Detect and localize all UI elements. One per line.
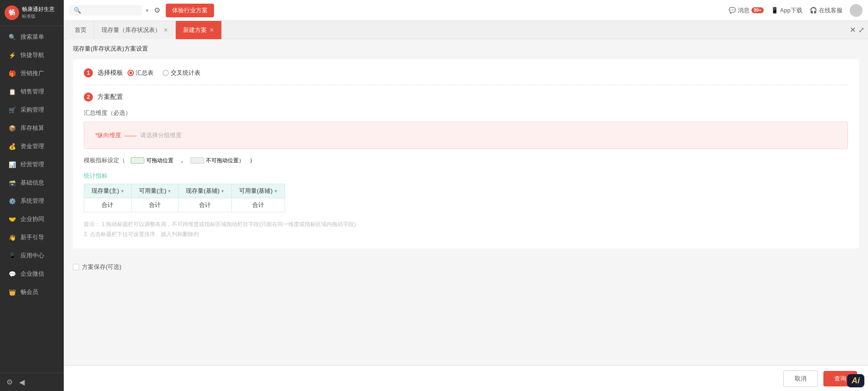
section1-label: 选择模板 [97,69,123,77]
chevron-down-icon: ▾ [275,188,277,194]
basic-info-icon: 🗃️ [8,178,17,187]
message-icon: 💬 [729,7,736,14]
search-icon: 🔍 [8,32,17,41]
member-icon: 👑 [8,288,17,297]
app-center-icon: 📱 [8,251,17,260]
tab-inventory-status[interactable]: 现存量（库存状况表） ✕ [94,21,176,39]
ai-badge[interactable]: Ai [847,374,864,387]
save-row: 方案保存(可选) [73,257,859,277]
tips-section: 提示： 1.拖动标题栏可以调整布局，不可跨维度或指标区域拖动栏目字段(只能在同一… [84,220,848,239]
sidebar-item-marketing[interactable]: 🎁 营销推广 [0,64,64,82]
ai-badge-text: Ai [852,376,860,386]
sidebar-item-label: 系统管理 [20,197,44,205]
tab-close-action[interactable]: ✕ [850,26,856,34]
sidebar-item-basic-info[interactable]: 🗃️ 基础信息 [0,174,64,192]
sidebar-item-sales[interactable]: 📋 销售管理 [0,82,64,101]
indicator-settings-row: 模板指标设定（ 可拖动位置 ， 不可拖动位置） ） [84,156,848,165]
sidebar-item-label: 快捷导航 [20,51,44,59]
sidebar-item-app-center[interactable]: 📱 应用中心 [0,247,64,265]
sidebar-item-operations[interactable]: 📊 经营管理 [0,155,64,174]
th-available-main[interactable]: 可用量(主) ▾ [131,184,179,198]
inventory-icon: 📦 [8,123,17,133]
sidebar-item-wechat[interactable]: 💬 企业微信 [0,265,64,283]
th-available-base[interactable]: 可用量(基辅) ▾ [232,184,285,198]
search-area: 🔍 [69,5,142,15]
sidebar-item-new-guide[interactable]: 👋 新手引导 [0,228,64,247]
section2-label: 方案配置 [97,93,123,101]
page-title: 现存量(库存状况表)方案设置 [73,45,859,53]
section1-number: 1 [84,68,93,77]
search-input[interactable] [84,7,138,14]
stats-table: 现存量(主) ▾ 可用量(主) ▾ 现存量(基辅 [84,184,285,212]
user-avatar[interactable] [850,4,863,17]
tab-new-scheme[interactable]: 新建方案 ✕ [176,21,222,39]
sidebar-item-purchase[interactable]: 🛒 采购管理 [0,101,64,119]
save-scheme-label: 方案保存(可选) [82,263,122,271]
section1-header: 1 选择模板 汇总表 交叉统计表 [84,68,848,77]
dropdown-arrow-icon[interactable]: ▾ [146,7,148,14]
drag-label: 可拖动位置 [146,157,174,165]
vertical-dim-dash: —— [125,132,137,139]
table-header-row: 现存量(主) ▾ 可用量(主) ▾ 现存量(基辅 [84,184,285,198]
sidebar-item-member[interactable]: 👑 畅会员 [0,283,64,301]
th-current-base[interactable]: 现存量(基辅) ▾ [179,184,232,198]
sidebar-item-inventory[interactable]: 📦 库存核算 [0,119,64,137]
tab-home[interactable]: 首页 [67,21,94,39]
nodrag-position-box [190,157,204,164]
sidebar-item-label: 营销推广 [20,69,44,77]
tabbar-actions: ✕ ⤢ [850,26,868,34]
scheme-settings-card: 1 选择模板 汇总表 交叉统计表 2 方案配置 [73,59,859,248]
app-download-item[interactable]: 📱 App下载 [771,6,802,15]
gear-icon[interactable]: ⚙ [154,6,160,15]
save-scheme-checkbox[interactable] [73,264,79,270]
stats-title: 统计指标 [84,172,848,180]
sidebar-logo: 畅 畅康通好生意 标准版 [0,0,64,26]
wechat-icon: 💬 [8,269,17,278]
tabbar: 首页 现存量（库存状况表） ✕ 新建方案 ✕ ✕ ⤢ [64,21,868,39]
section2-header: 2 方案配置 [84,93,848,102]
cancel-button[interactable]: 取消 [783,370,818,387]
sidebar-item-label: 畅会员 [20,288,38,296]
settings-icon[interactable]: ⚙ [6,378,13,386]
search-icon: 🔍 [74,7,81,14]
footer-bar: 取消 查询 [64,365,868,391]
radio-summary[interactable]: 汇总表 [128,69,153,77]
td-total-4: 合计 [232,198,285,212]
indicator-separator: ， [179,156,185,165]
radio-cross[interactable]: 交叉统计表 [163,69,200,77]
tab-expand-action[interactable]: ⤢ [858,26,864,34]
tab-close-new-scheme[interactable]: ✕ [209,27,214,33]
th-current-main[interactable]: 现存量(主) ▾ [84,184,132,198]
sidebar-item-quick-nav[interactable]: ⚡ 快捷导航 [0,46,64,64]
section-divider-1 [84,85,848,85]
headset-icon: 🎧 [810,7,817,14]
message-item[interactable]: 💬 消息 99+ [729,6,764,15]
sidebar-item-finance[interactable]: 💰 资金管理 [0,137,64,155]
indicator-settings-label: 模板指标设定（ [84,156,125,165]
template-radio-group: 汇总表 交叉统计表 [128,69,200,77]
vertical-dim-label: *纵向维度 [95,131,121,139]
sidebar-item-system[interactable]: ⚙️ 系统管理 [0,192,64,210]
new-guide-icon: 👋 [8,233,17,242]
main-area: 🔍 ▾ ⚙ 体验行业方案 💬 消息 99+ 📱 App下载 🎧 在线客服 [64,0,868,391]
trial-industry-button[interactable]: 体验行业方案 [166,4,214,17]
summary-dim-label: 汇总维度（必选） [84,109,848,117]
sidebar-item-label: 基础信息 [20,179,44,187]
td-total-1: 合计 [84,198,132,212]
sidebar-item-search-menu[interactable]: 🔍 搜索菜单 [0,28,64,46]
sidebar: 畅 畅康通好生意 标准版 🔍 搜索菜单 ⚡ 快捷导航 🎁 营销推广 📋 销售管理… [0,0,64,391]
chevron-down-icon: ▾ [121,188,124,194]
collapse-icon[interactable]: ◀ [19,378,25,386]
radio-dot-summary [128,70,134,76]
tab-close-inventory[interactable]: ✕ [163,27,168,33]
app-download-icon: 📱 [771,7,778,14]
content-area: 现存量(库存状况表)方案设置 1 选择模板 汇总表 交叉统计表 [64,39,868,365]
online-service-item[interactable]: 🎧 在线客服 [810,6,842,15]
cooperation-icon: 🤝 [8,215,17,224]
sidebar-item-cooperation[interactable]: 🤝 企业协同 [0,210,64,228]
sidebar-item-label: 库存核算 [20,124,44,132]
system-icon: ⚙️ [8,196,17,206]
sales-icon: 📋 [8,87,17,96]
drag-indicator-tag: 可拖动位置 [131,157,174,165]
sidebar-item-label: 销售管理 [20,87,44,96]
